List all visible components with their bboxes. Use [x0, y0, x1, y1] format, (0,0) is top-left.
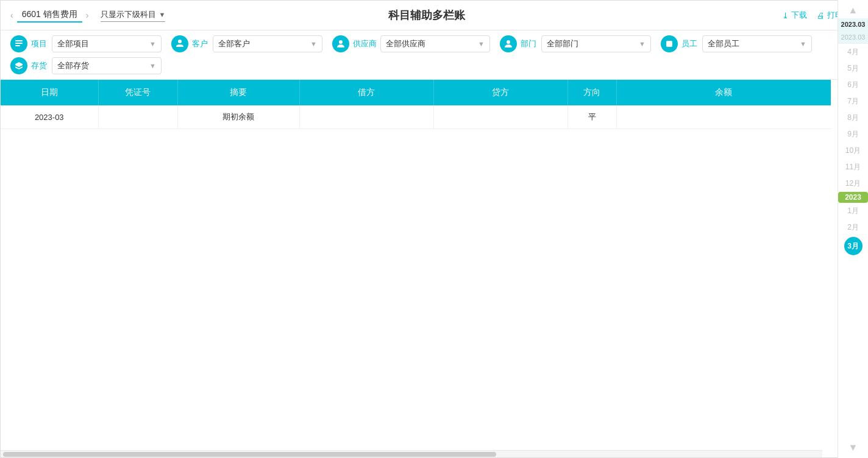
col-debit: 借方 [299, 80, 433, 105]
timeline-up-btn[interactable]: ▲ [846, 2, 861, 18]
print-icon: 🖨 [817, 11, 825, 20]
svg-rect-5 [666, 41, 672, 47]
supplier-value: 全部供应商 [386, 38, 425, 49]
inventory-value: 全部存货 [57, 60, 89, 71]
ledger-table-container: 日期 凭证号 摘要 借方 贷方 方向 余额 2023-03 期初余额 平 [1, 80, 831, 129]
supplier-label: 供应商 [353, 38, 377, 49]
ledger-table: 日期 凭证号 摘要 借方 贷方 方向 余额 2023-03 期初余额 平 [1, 80, 831, 129]
department-value: 全部部门 [547, 38, 578, 49]
svg-rect-0 [15, 40, 23, 41]
timeline-month-8[interactable]: 8月 [838, 110, 868, 126]
account-label: 6601 销售费用 [17, 8, 82, 23]
filter-group-employee: 员工 全部员工 ▼ [661, 35, 812, 52]
download-button[interactable]: ⤓ 下载 [782, 10, 807, 21]
col-date: 日期 [1, 80, 98, 105]
customer-arrow-icon: ▼ [310, 40, 317, 48]
employee-arrow-icon: ▼ [800, 40, 806, 48]
supplier-arrow-icon: ▼ [478, 40, 485, 48]
timeline-panel: ▲ 2023.03 2023.03 4月 5月 6月 7月 8月 9月 10月 … [838, 0, 868, 458]
prev-account-btn[interactable]: ‹ [10, 10, 13, 20]
timeline-month-4[interactable]: 4月 [838, 44, 868, 60]
supplier-select[interactable]: 全部供应商 ▼ [380, 35, 490, 52]
inventory-icon [10, 57, 27, 74]
timeline-entry-2023-03-1[interactable]: 2023.03 [838, 18, 868, 31]
filter-group-supplier: 供应商 全部供应商 ▼ [332, 35, 490, 52]
customer-select[interactable]: 全部客户 ▼ [213, 35, 322, 52]
table-row: 2023-03 期初余额 平 [1, 105, 831, 129]
project-value: 全部项目 [57, 38, 89, 49]
filter-group-customer: 客户 全部客户 ▼ [171, 35, 322, 52]
col-summary: 摘要 [177, 80, 299, 105]
filter-group-department: 部门 全部部门 ▼ [500, 35, 651, 52]
timeline-month-11[interactable]: 11月 [838, 159, 868, 175]
col-voucher: 凭证号 [98, 80, 177, 105]
filter-group-inventory: 存货 全部存货 ▼ [10, 57, 162, 74]
customer-icon [171, 35, 188, 52]
filter-bar: 项目 全部项目 ▼ 客户 全部客户 ▼ 供应商 全部供应商 [1, 30, 853, 80]
horizontal-scrollbar[interactable] [1, 450, 822, 457]
timeline-month-9[interactable]: 9月 [838, 126, 868, 143]
svg-point-4 [507, 40, 510, 44]
filter-group-project: 项目 全部项目 ▼ [10, 35, 162, 52]
table-header-row: 日期 凭证号 摘要 借方 贷方 方向 余额 [1, 80, 831, 105]
project-label: 项目 [31, 38, 48, 49]
employee-icon [661, 35, 678, 52]
timeline-year-badge[interactable]: 2023 [838, 192, 868, 203]
col-credit: 贷方 [433, 80, 567, 105]
timeline-month-6[interactable]: 6月 [838, 77, 868, 93]
department-select[interactable]: 全部部门 ▼ [541, 35, 651, 52]
page-title: 科目辅助多栏账 [388, 8, 465, 23]
project-arrow-icon: ▼ [149, 40, 156, 48]
cell-voucher [98, 105, 177, 129]
scrollbar-thumb[interactable] [3, 452, 496, 457]
cell-balance [616, 105, 831, 129]
timeline-month-2[interactable]: 2月 [838, 219, 868, 236]
account-nav: ‹ 6601 销售费用 › [10, 8, 88, 23]
timeline-month-3-active[interactable]: 3月 [844, 237, 863, 255]
download-icon: ⤓ [782, 11, 789, 20]
project-icon [10, 35, 27, 52]
department-arrow-icon: ▼ [639, 40, 646, 48]
department-icon [500, 35, 517, 52]
cell-debit [299, 105, 433, 129]
customer-label: 客户 [192, 38, 209, 49]
next-account-btn[interactable]: › [86, 10, 89, 20]
timeline-month-12[interactable]: 12月 [838, 175, 868, 192]
cell-summary: 期初余额 [177, 105, 299, 129]
cell-direction: 平 [567, 105, 616, 129]
inventory-select[interactable]: 全部存货 ▼ [52, 57, 162, 74]
supplier-icon [332, 35, 349, 52]
employee-select[interactable]: 全部员工 ▼ [702, 35, 812, 52]
inventory-label: 存货 [31, 60, 48, 71]
timeline-down-btn[interactable]: ▼ [846, 440, 861, 456]
col-direction: 方向 [567, 80, 616, 105]
timeline-month-10[interactable]: 10月 [838, 143, 868, 159]
cell-credit [433, 105, 567, 129]
svg-rect-1 [15, 43, 23, 44]
department-label: 部门 [521, 38, 538, 49]
header: ‹ 6601 销售费用 › 只显示下级科目 ▼ 科目辅助多栏账 ⤓ 下载 🖨 打… [1, 1, 853, 30]
svg-point-3 [339, 40, 343, 44]
show-sub-arrow-icon: ▼ [158, 11, 165, 18]
col-balance: 余额 [616, 80, 831, 105]
timeline-month-7[interactable]: 7月 [838, 93, 868, 110]
timeline-month-1[interactable]: 1月 [838, 203, 868, 219]
svg-rect-2 [15, 45, 20, 46]
project-select[interactable]: 全部项目 ▼ [52, 35, 162, 52]
inventory-arrow-icon: ▼ [149, 62, 156, 69]
customer-value: 全部客户 [218, 38, 250, 49]
employee-label: 员工 [681, 38, 699, 49]
timeline-month-5[interactable]: 5月 [838, 60, 868, 77]
show-sub-dropdown[interactable]: 只显示下级科目 ▼ [101, 9, 165, 22]
timeline-entry-2023-03-2[interactable]: 2023.03 [838, 31, 868, 44]
employee-value: 全部员工 [708, 38, 739, 49]
cell-date: 2023-03 [1, 105, 98, 129]
